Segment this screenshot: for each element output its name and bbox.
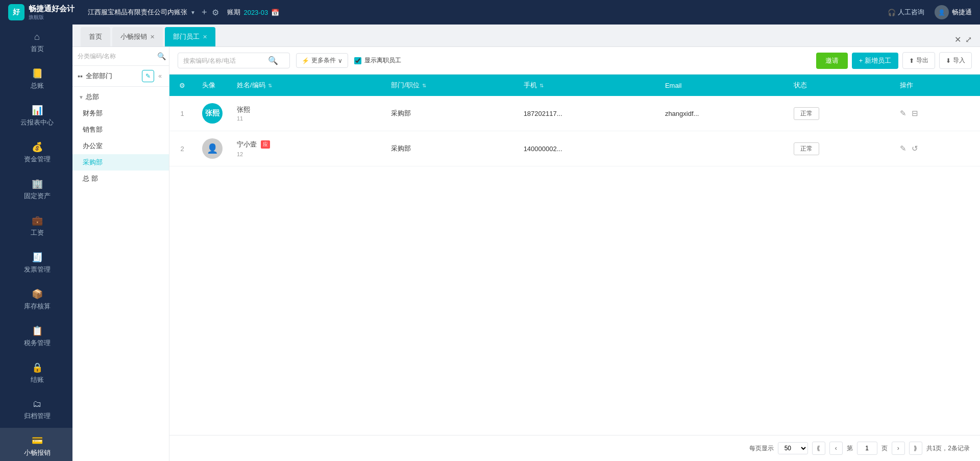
user-area[interactable]: 👤 畅捷通 (935, 5, 972, 19)
sidebar-item-archive[interactable]: 🗂 归档管理 (0, 392, 72, 428)
sidebar-item-salary[interactable]: 💼 工资 (0, 208, 72, 245)
sidebar-item-inventory[interactable]: 📦 库存核算 (0, 281, 72, 318)
dept-tree-item-headquarters[interactable]: 总 部 (72, 171, 169, 187)
next-page-btn[interactable]: › (892, 442, 905, 455)
tab-expense[interactable]: 小畅报销 ✕ (112, 27, 163, 46)
add-tab-btn[interactable]: + (202, 7, 207, 18)
th-settings[interactable]: ⚙ (169, 75, 195, 96)
tab-home[interactable]: 首页 (81, 27, 110, 46)
filter-icon: ⚡ (302, 57, 309, 64)
header-actions: 🎧 人工咨询 👤 畅捷通 (888, 5, 972, 19)
row-avatar: 👤 (195, 131, 230, 166)
dept-tree-item-office[interactable]: 办公室 (72, 138, 169, 154)
dept-tree-item-sales[interactable]: 销售部 (72, 122, 169, 138)
headset-icon: 🎧 (888, 9, 896, 16)
reports-icon: 📊 (32, 105, 43, 116)
tab-employee[interactable]: 部门员工 ✕ (165, 27, 215, 46)
delete-icon[interactable]: ⊟ (912, 109, 918, 118)
close-all-icon[interactable]: ✕ (954, 35, 961, 44)
row-phone: 140000002... (517, 131, 658, 166)
th-phone[interactable]: 手机 ⇅ (517, 75, 658, 96)
th-email: Email (658, 75, 787, 96)
grid-icon: ▪▪ (78, 72, 83, 80)
sidebar-item-close[interactable]: 🔒 结账 (0, 355, 72, 392)
row-actions: ✎ ⊟ (893, 96, 980, 131)
total-info: 共1页，2条记录 (926, 444, 970, 453)
tax-icon: 📋 (32, 325, 43, 336)
toolbar-right: 邀请 + 新增员工 ⬆ 导出 ⬇ 导入 (816, 52, 972, 69)
funds-icon: 💰 (32, 141, 43, 153)
tabs-bar: 首页 小畅报销 ✕ 部门员工 ✕ ✕ ⤢ (72, 25, 980, 47)
sidebar-item-expense[interactable]: 💳 小畅报销 (0, 428, 72, 461)
company-selector[interactable]: 江西服宝精品有限责任公司内账张 ▼ (88, 8, 195, 17)
dept-edit-btn[interactable]: ✎ (142, 70, 154, 82)
page-suffix: 页 (881, 444, 888, 453)
all-dept-btn[interactable]: ▪▪ 全部部门 (78, 71, 112, 81)
edit-icon[interactable]: ✎ (900, 109, 906, 118)
sidebar-item-assets[interactable]: 🏢 固定资产 (0, 171, 72, 208)
invite-btn[interactable]: 邀请 (816, 53, 848, 69)
edit-icon[interactable]: ✎ (900, 144, 906, 153)
last-page-btn[interactable]: ⟫ (909, 442, 922, 455)
sidebar-item-home[interactable]: ⌂ 首页 (0, 25, 72, 61)
app-logo-icon: 好 (8, 4, 24, 20)
prev-page-btn[interactable]: ‹ (829, 442, 843, 455)
page-input[interactable] (857, 442, 877, 455)
import-btn[interactable]: ⬇ 导入 (939, 52, 972, 69)
dept-search-input[interactable] (78, 53, 154, 60)
sidebar-item-reports[interactable]: 📊 云报表中心 (0, 98, 72, 134)
dept-collapse-btn[interactable]: « (156, 71, 164, 81)
tab-employee-close[interactable]: ✕ (203, 34, 207, 40)
filter-btn[interactable]: ⚡ 更多条件 ∨ (296, 53, 348, 68)
show-resigned-checkbox[interactable] (354, 57, 361, 64)
settings-icon[interactable]: ⚙ (212, 8, 219, 17)
add-employee-btn[interactable]: + 新增员工 (852, 53, 898, 69)
first-page-btn[interactable]: ⟪ (812, 442, 825, 455)
th-dept[interactable]: 部门/职位 ⇅ (384, 75, 516, 96)
sidebar-item-label: 库存核算 (24, 302, 51, 311)
table-header-row: ⚙ 头像 姓名/编码 ⇅ 部门/职位 ⇅ 手机 ⇅ Email 状态 操作 (169, 75, 980, 96)
period-value: 2023-03 (243, 9, 268, 16)
employee-area: 🔍 ⚡ 更多条件 ∨ 显示离职员工 邀请 + 新增员工 (169, 47, 980, 461)
dept-search-icon: 🔍 (157, 52, 166, 60)
search-input[interactable] (183, 57, 265, 64)
sidebar-item-ledger[interactable]: 📒 总账 (0, 61, 72, 98)
th-name[interactable]: 姓名/编码 ⇅ (230, 75, 384, 96)
dept-search: 🔍 (72, 47, 169, 66)
tag-badge: 应 (261, 140, 270, 149)
period-selector[interactable]: 账期 2023-03 📅 (227, 8, 279, 17)
per-page-select[interactable]: 50 10 20 100 (778, 442, 808, 454)
home-icon: ⌂ (34, 32, 40, 42)
tabs-right: ✕ ⤢ (954, 35, 972, 46)
expand-icon[interactable]: ⤢ (965, 35, 972, 44)
refresh-icon[interactable]: ↺ (912, 144, 918, 153)
tab-expense-close[interactable]: ✕ (150, 34, 155, 40)
search-icon: 🔍 (268, 56, 278, 65)
tree-arrow-icon: ▼ (79, 94, 84, 100)
salary-icon: 💼 (32, 215, 43, 226)
service-btn[interactable]: 🎧 人工咨询 (888, 8, 924, 17)
th-status: 状态 (787, 75, 893, 96)
show-resigned-checkbox-label[interactable]: 显示离职员工 (354, 56, 401, 65)
row-dept: 采购部 (384, 131, 516, 166)
row-name: 宁小壹 应 12 (230, 131, 384, 166)
table-row: 1 张熙 张熙 11 采购部 (169, 96, 980, 131)
show-resigned-label: 显示离职员工 (364, 56, 401, 65)
top-header: 好 畅捷通好会计 旗舰版 江西服宝精品有限责任公司内账张 ▼ + ⚙ 账期 20… (0, 0, 980, 25)
close-accounts-icon: 🔒 (32, 362, 43, 373)
export-btn[interactable]: ⬆ 导出 (902, 52, 935, 69)
dept-tree-item-root[interactable]: ▼ 总部 (72, 89, 169, 105)
dept-panel: 🔍 ▪▪ 全部部门 ✎ « ▼ 总部 (72, 47, 169, 461)
sidebar-item-label: 工资 (31, 228, 44, 237)
user-name: 畅捷通 (952, 8, 972, 17)
sidebar-item-tax[interactable]: 📋 税务管理 (0, 318, 72, 355)
avatar: 👤 (202, 138, 223, 159)
sidebar-item-invoice[interactable]: 🧾 发票管理 (0, 245, 72, 281)
sidebar-item-funds[interactable]: 💰 资金管理 (0, 134, 72, 171)
row-email: zhangxidf... (658, 96, 787, 131)
invoice-icon: 🧾 (32, 252, 43, 263)
dept-tree-item-finance[interactable]: 财务部 (72, 105, 169, 122)
chevron-down-icon: ▼ (190, 10, 195, 15)
sidebar-item-label: 结账 (31, 375, 44, 384)
dept-tree-item-purchase[interactable]: 采购部 (72, 154, 169, 171)
